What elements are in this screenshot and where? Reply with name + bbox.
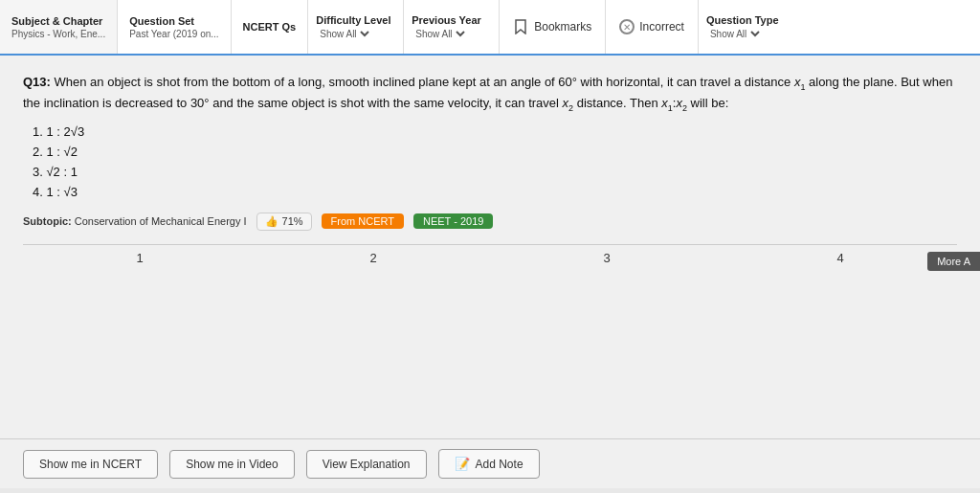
question-type-label: Question Type bbox=[706, 14, 796, 26]
difficulty-select[interactable]: Show All Easy Medium Hard bbox=[316, 28, 372, 40]
ncert-qs-filter[interactable]: NCERT Qs bbox=[232, 0, 309, 54]
ncert-qs-label: NCERT Qs bbox=[243, 21, 297, 33]
difficulty-filter[interactable]: Difficulty Level Show All Easy Medium Ha… bbox=[308, 0, 404, 54]
question-type-select[interactable]: Show All MCQ Integer bbox=[706, 28, 763, 40]
page-numbers: 1 2 3 4 bbox=[23, 251, 957, 265]
incorrect-icon: ✕ bbox=[619, 19, 635, 34]
source-badge: From NCERT bbox=[322, 213, 404, 229]
subtopic-label: Subtopic: Conservation of Mechanical Ene… bbox=[23, 215, 247, 227]
option-3[interactable]: 3. √2 : 1 bbox=[33, 165, 957, 179]
view-explanation-button[interactable]: View Explanation bbox=[306, 450, 427, 479]
show-video-button[interactable]: Show me in Video bbox=[169, 450, 295, 479]
option-4[interactable]: 4. 1 : √3 bbox=[33, 185, 957, 199]
more-a-container: More A bbox=[23, 271, 957, 294]
action-buttons-row: Show me in NCERT Show me in Video View E… bbox=[0, 438, 980, 488]
question-type-filter[interactable]: Question Type Show All MCQ Integer bbox=[699, 0, 804, 54]
question-set-filter[interactable]: Question Set Past Year (2019 on... bbox=[118, 0, 231, 54]
bookmarks-label: Bookmarks bbox=[534, 20, 591, 34]
question-set-value: Past Year (2019 on... bbox=[129, 29, 218, 39]
page-3[interactable]: 3 bbox=[603, 251, 610, 265]
page-1[interactable]: 1 bbox=[136, 251, 143, 265]
incorrect-button[interactable]: ✕ Incorrect bbox=[606, 0, 699, 54]
subject-chapter-value: Physics - Work, Ene... bbox=[11, 29, 105, 39]
add-note-button[interactable]: 📝 Add Note bbox=[438, 449, 540, 479]
previous-year-select-row: Show All 2019 2020 2021 bbox=[412, 28, 491, 40]
show-ncert-button[interactable]: Show me in NCERT bbox=[23, 450, 158, 479]
previous-year-label: Previous Year bbox=[412, 14, 491, 26]
page-4[interactable]: 4 bbox=[836, 251, 843, 265]
question-number: Q13: bbox=[23, 75, 51, 89]
previous-year-filter[interactable]: Previous Year Show All 2019 2020 2021 bbox=[404, 0, 500, 54]
question-text: Q13: When an object is shot from the bot… bbox=[23, 73, 957, 115]
subtopic-row: Subtopic: Conservation of Mechanical Ene… bbox=[23, 213, 957, 231]
toolbar: Subject & Chapter Physics - Work, Ene...… bbox=[0, 0, 980, 56]
year-badge: NEET - 2019 bbox=[413, 213, 493, 229]
thumb-up-icon: 👍 bbox=[265, 215, 278, 228]
subject-chapter-label: Subject & Chapter bbox=[11, 15, 105, 27]
main-content: Q13: When an object is shot from the bot… bbox=[0, 56, 980, 438]
question-set-label: Question Set bbox=[129, 15, 218, 27]
previous-year-select[interactable]: Show All 2019 2020 2021 bbox=[412, 28, 468, 40]
subject-chapter-filter[interactable]: Subject & Chapter Physics - Work, Ene... bbox=[0, 0, 118, 54]
bookmarks-button[interactable]: Bookmarks bbox=[500, 0, 606, 54]
more-a-button[interactable]: More A bbox=[927, 252, 980, 271]
note-icon: 📝 bbox=[455, 457, 470, 471]
accuracy-badge: 👍 71% bbox=[256, 213, 312, 231]
difficulty-select-row: Show All Easy Medium Hard bbox=[316, 28, 395, 40]
question-type-select-row: Show All MCQ Integer bbox=[706, 28, 796, 40]
bookmark-icon bbox=[513, 19, 528, 34]
question-block: Q13: When an object is shot from the bot… bbox=[23, 73, 957, 199]
option-2[interactable]: 2. 1 : √2 bbox=[33, 145, 957, 159]
pagination-row: 1 2 3 4 bbox=[23, 244, 957, 271]
page-2[interactable]: 2 bbox=[369, 251, 376, 265]
option-1[interactable]: 1. 1 : 2√3 bbox=[33, 124, 957, 139]
incorrect-label: Incorrect bbox=[639, 20, 684, 34]
pagination-container: 1 2 3 4 More A bbox=[23, 244, 957, 294]
options-list: 1. 1 : 2√3 2. 1 : √2 3. √2 : 1 4. 1 : √3 bbox=[33, 124, 957, 199]
difficulty-label: Difficulty Level bbox=[316, 14, 395, 26]
